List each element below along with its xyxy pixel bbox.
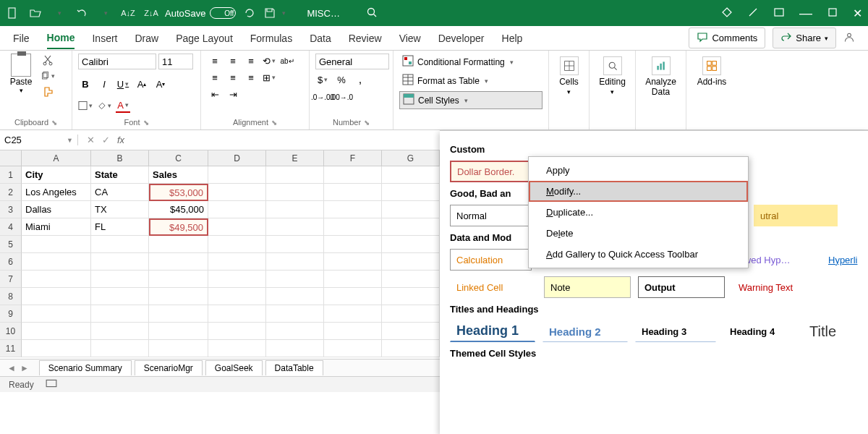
cell[interactable] (324, 184, 382, 201)
row-header[interactable]: 1 (0, 166, 22, 184)
cell[interactable]: $53,000 (149, 184, 208, 201)
row-header[interactable]: 3 (0, 201, 22, 218)
cell[interactable]: TX (91, 201, 149, 218)
cell[interactable] (266, 218, 324, 236)
cell[interactable] (208, 201, 266, 218)
new-file-icon[interactable] (6, 7, 19, 20)
chevron-down-icon[interactable]: ▼ (67, 137, 73, 144)
column-header[interactable]: C (149, 150, 208, 166)
style-swatch-calculation[interactable]: Calculation (450, 249, 532, 271)
underline-button[interactable]: U (116, 77, 130, 91)
font-name-select[interactable] (78, 54, 156, 69)
cell[interactable] (266, 201, 324, 218)
row-header[interactable]: 4 (0, 218, 22, 236)
editing-button[interactable]: Editing▾ (595, 54, 629, 98)
sheet-tab[interactable]: GoalSeek (205, 360, 263, 375)
align-right-icon[interactable]: ≡ (243, 70, 259, 85)
brush-icon[interactable] (747, 7, 759, 20)
minimize-icon[interactable]: — (799, 6, 812, 21)
style-swatch-dollar-border[interactable]: Dollar Border. (450, 161, 531, 182)
sort-desc-icon[interactable]: Z↓A (145, 7, 158, 20)
autosave-toggle[interactable]: AutoSave Off (165, 7, 236, 19)
cell[interactable]: Miami (22, 218, 91, 236)
sort-asc-icon[interactable]: A↓Z (122, 7, 135, 20)
dialog-launcher-icon[interactable]: ⬊ (51, 119, 57, 127)
tab-file[interactable]: File (13, 28, 30, 48)
cell[interactable]: CA (91, 184, 149, 201)
format-painter-icon[interactable] (41, 85, 55, 98)
cell[interactable] (382, 184, 440, 201)
currency-icon[interactable]: $ (315, 72, 330, 87)
cell[interactable]: Dallas (22, 201, 91, 218)
dialog-launcher-icon[interactable]: ⬊ (364, 119, 370, 127)
cell[interactable]: $49,500 (149, 218, 208, 236)
cell[interactable]: City (22, 166, 91, 184)
increase-indent-icon[interactable]: ⇥ (225, 87, 241, 101)
open-dropdown-icon[interactable] (52, 7, 65, 20)
open-icon[interactable] (29, 7, 42, 20)
column-header[interactable]: F (324, 150, 382, 166)
column-header[interactable]: D (208, 150, 266, 166)
font-color-icon[interactable]: A (116, 98, 130, 113)
decrease-indent-icon[interactable]: ⇤ (207, 87, 223, 101)
sheet-tab[interactable]: Scenario Summary (39, 360, 132, 375)
cell[interactable] (324, 218, 382, 236)
sheet-tab[interactable]: DataTable (265, 360, 323, 375)
row-header[interactable]: 8 (0, 288, 22, 305)
style-swatch-linked-cell[interactable]: Linked Cell (450, 276, 537, 298)
paste-button[interactable]: Paste ▾ (6, 54, 36, 116)
row-header[interactable]: 10 (0, 323, 22, 340)
row-header[interactable]: 11 (0, 340, 22, 357)
cell-styles-button[interactable]: Cell Styles (399, 91, 542, 109)
style-swatch-heading4[interactable]: Heading 4 (723, 320, 796, 342)
tab-review[interactable]: Review (349, 28, 382, 48)
tab-page-layout[interactable]: Page Layout (176, 28, 233, 48)
style-swatch-heading2[interactable]: Heading 2 (542, 320, 628, 342)
conditional-formatting-button[interactable]: Conditional Formatting (399, 54, 542, 70)
column-header[interactable]: G (382, 150, 440, 166)
cells-button[interactable]: Cells▾ (555, 54, 583, 98)
tab-draw[interactable]: Draw (135, 28, 158, 48)
tab-insert[interactable]: Insert (92, 28, 117, 48)
dialog-launcher-icon[interactable]: ⬊ (143, 119, 149, 127)
fill-color-icon[interactable] (97, 98, 111, 113)
tab-view[interactable]: View (399, 28, 421, 48)
analyze-data-button[interactable]: Analyze Data (642, 54, 680, 100)
diamond-icon[interactable] (721, 7, 733, 20)
cut-icon[interactable] (41, 54, 55, 67)
share-button[interactable]: Share ▾ (773, 27, 836, 48)
merge-cells-icon[interactable]: ⊞ (261, 70, 277, 85)
save-dropdown-icon[interactable] (276, 7, 289, 20)
dialog-launcher-icon[interactable]: ⬊ (271, 119, 277, 127)
sheet-tab[interactable]: ScenarioMgr (135, 360, 203, 375)
row-header[interactable]: 7 (0, 271, 22, 288)
cell[interactable] (382, 166, 440, 184)
style-swatch-note[interactable]: Note (544, 276, 631, 298)
tab-formulas[interactable]: Formulas (250, 28, 292, 48)
style-swatch-heading1[interactable]: Heading 1 (450, 320, 535, 342)
tab-home[interactable]: Home (47, 27, 75, 49)
decrease-font-icon[interactable]: A▾ (153, 77, 168, 91)
cell[interactable] (266, 166, 324, 184)
context-duplicate[interactable]: Duplicate... (529, 202, 748, 223)
orientation-icon[interactable]: ⟲ (261, 54, 277, 68)
column-header[interactable]: A (22, 150, 91, 166)
context-add-to-qat[interactable]: Add Gallery to Quick Access Toolbar (529, 244, 748, 265)
cell[interactable] (382, 218, 440, 236)
align-center-icon[interactable]: ≡ (225, 70, 241, 85)
next-sheet-icon[interactable]: ► (20, 363, 29, 373)
prev-sheet-icon[interactable]: ◄ (7, 363, 16, 373)
style-swatch-title[interactable]: Title (803, 320, 846, 342)
row-header[interactable]: 9 (0, 305, 22, 323)
cell[interactable] (382, 201, 440, 218)
increase-font-icon[interactable]: A▴ (135, 77, 149, 91)
decrease-decimal-icon[interactable]: .00→.0 (334, 90, 349, 104)
cell[interactable] (208, 218, 266, 236)
context-delete[interactable]: Delete (529, 223, 748, 244)
context-apply[interactable]: Apply (529, 160, 748, 181)
ribbon-mode-icon[interactable] (773, 7, 785, 20)
maximize-icon[interactable] (827, 7, 838, 20)
wrap-text-icon[interactable]: ab↵ (279, 54, 295, 68)
cell[interactable] (266, 184, 324, 201)
name-box[interactable]: C25 ▼ (0, 135, 78, 145)
